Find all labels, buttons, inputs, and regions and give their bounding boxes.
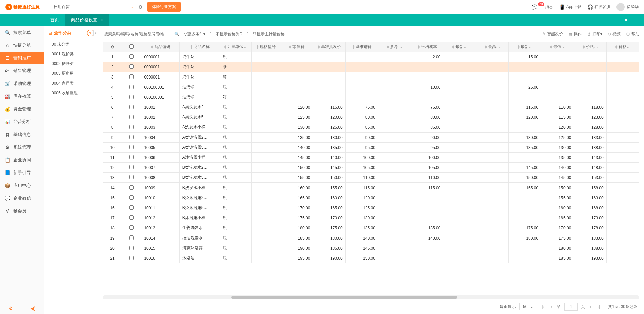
cell-price[interactable]: [313, 92, 345, 102]
cell-price[interactable]: 120.00: [541, 122, 574, 133]
cell-price[interactable]: 133.00: [574, 133, 606, 143]
cell-price[interactable]: [378, 253, 411, 263]
help-button[interactable]: ⓘ帮助: [626, 31, 639, 37]
cell-price[interactable]: [411, 72, 443, 82]
horizontal-scrollbar[interactable]: [103, 295, 639, 299]
cell-price[interactable]: [476, 203, 508, 213]
next-page-button[interactable]: ›: [588, 304, 593, 309]
cell-price[interactable]: [378, 92, 411, 102]
dept-selector[interactable]: 日用百货 ⌄: [54, 4, 133, 10]
cell-price[interactable]: [606, 203, 639, 213]
operate-button[interactable]: ▦操作: [569, 31, 582, 37]
cell-price[interactable]: [476, 52, 508, 62]
nav-item[interactable]: 🏭库存核算: [0, 90, 44, 103]
scroll-thumb[interactable]: [231, 296, 457, 299]
cell-price[interactable]: 135.00: [313, 143, 345, 153]
category-item[interactable]: 00 未分类: [44, 40, 98, 49]
cell-price[interactable]: [378, 153, 411, 163]
cell-price[interactable]: 173.00: [574, 213, 606, 223]
cell-price[interactable]: [378, 72, 411, 82]
cell-price[interactable]: [606, 82, 639, 92]
cell-price[interactable]: 95.00: [411, 143, 443, 153]
table-row[interactable]: 5000100001油污净箱: [103, 92, 639, 102]
cell-price[interactable]: [443, 203, 476, 213]
smart-edit-button[interactable]: ✎智能改价: [542, 31, 563, 37]
cell-price[interactable]: [378, 173, 411, 183]
cell-price[interactable]: [606, 243, 639, 253]
cell-price[interactable]: 115.00: [411, 183, 443, 193]
cell-price[interactable]: [606, 153, 639, 163]
column-header[interactable]: ▲▼计量单位…: [220, 42, 251, 52]
cell-price[interactable]: 155.00: [280, 173, 313, 183]
cell-price[interactable]: 185.00: [280, 233, 313, 243]
cell-price[interactable]: [443, 102, 476, 112]
table-row[interactable]: 1210007B类洗发水2…瓶150.00145.00105.00105.001…: [103, 163, 639, 173]
column-header[interactable]: ▲▼最新…: [508, 42, 541, 52]
table-row[interactable]: 1810013生姜洗发水瓶180.00175.00135.00135.00175…: [103, 223, 639, 233]
nav-item[interactable]: 📊经营分析: [0, 115, 44, 128]
column-header[interactable]: ▲▼基准进价: [345, 42, 378, 52]
column-header[interactable]: ▲▼商品编码: [141, 42, 179, 52]
row-checkbox[interactable]: [122, 173, 141, 183]
row-checkbox[interactable]: [122, 133, 141, 143]
nav-item[interactable]: 🛒采购管理: [0, 77, 44, 90]
cell-price[interactable]: 120.00: [345, 193, 378, 203]
row-checkbox[interactable]: [122, 82, 141, 92]
app-download-button[interactable]: 📱 App下载: [559, 4, 581, 10]
table-row[interactable]: 10000001纯牛奶瓶2.0015.00: [103, 52, 639, 62]
cell-price[interactable]: 145.00: [280, 153, 313, 163]
row-checkbox[interactable]: [122, 153, 141, 163]
cell-price[interactable]: 170.00: [280, 203, 313, 213]
table-row[interactable]: 1510010B类沐浴露2…瓶165.00160.00120.00155.001…: [103, 193, 639, 203]
cell-price[interactable]: 180.00: [508, 233, 541, 243]
table-row[interactable]: 4000100001油污净瓶10.0026.00: [103, 82, 639, 92]
table-row[interactable]: 20000001纯牛奶条: [103, 62, 639, 72]
table-row[interactable]: 1610011B类沐浴露5…瓶170.00165.00125.00160.001…: [103, 203, 639, 213]
cell-price[interactable]: 175.00: [280, 213, 313, 223]
cell-price[interactable]: [476, 62, 508, 72]
cell-price[interactable]: 195.00: [280, 253, 313, 263]
cell-price[interactable]: [574, 52, 606, 62]
cell-price[interactable]: [280, 62, 313, 72]
cell-price[interactable]: [476, 173, 508, 183]
cell-price[interactable]: [606, 112, 639, 122]
cell-price[interactable]: [345, 72, 378, 82]
category-item[interactable]: 0001 洗护类: [44, 49, 98, 59]
cell-price[interactable]: [476, 233, 508, 243]
select-all-checkbox[interactable]: [122, 42, 141, 52]
cell-price[interactable]: 135.00: [345, 223, 378, 233]
cell-price[interactable]: 125.00: [313, 122, 345, 133]
row-checkbox[interactable]: [122, 203, 141, 213]
cell-price[interactable]: [313, 62, 345, 72]
cell-price[interactable]: 123.00: [574, 112, 606, 122]
row-checkbox[interactable]: [122, 193, 141, 203]
cell-price[interactable]: 138.00: [574, 143, 606, 153]
column-header[interactable]: ▲▼商品名称: [179, 42, 220, 52]
cell-price[interactable]: 140.00: [541, 163, 574, 173]
cell-price[interactable]: 188.00: [574, 243, 606, 253]
cell-price[interactable]: [606, 223, 639, 233]
nav-item[interactable]: V畅会员: [0, 205, 44, 217]
cell-price[interactable]: [476, 243, 508, 253]
cell-price[interactable]: 125.00: [345, 203, 378, 213]
cell-price[interactable]: [476, 213, 508, 223]
cell-price[interactable]: 115.00: [313, 102, 345, 112]
cell-price[interactable]: 15.00: [508, 52, 541, 62]
nav-item[interactable]: 🔍搜索菜单: [0, 26, 44, 39]
row-checkbox[interactable]: [122, 243, 141, 253]
cell-price[interactable]: 163.00: [574, 193, 606, 203]
cell-price[interactable]: 120.00: [508, 112, 541, 122]
cell-price[interactable]: [411, 203, 443, 213]
cell-price[interactable]: [476, 112, 508, 122]
cell-price[interactable]: [443, 163, 476, 173]
cell-price[interactable]: 145.00: [345, 243, 378, 253]
last-page-button[interactable]: ›|: [596, 304, 601, 309]
table-row[interactable]: 1710012B沐浴露小样瓶175.00170.00130.00165.0017…: [103, 213, 639, 223]
cell-price[interactable]: [378, 133, 411, 143]
cell-price[interactable]: [443, 253, 476, 263]
search-input[interactable]: [103, 30, 170, 38]
cell-price[interactable]: 165.00: [541, 213, 574, 223]
cell-price[interactable]: [476, 183, 508, 193]
cell-price[interactable]: [476, 133, 508, 143]
cell-price[interactable]: 193.00: [574, 253, 606, 263]
